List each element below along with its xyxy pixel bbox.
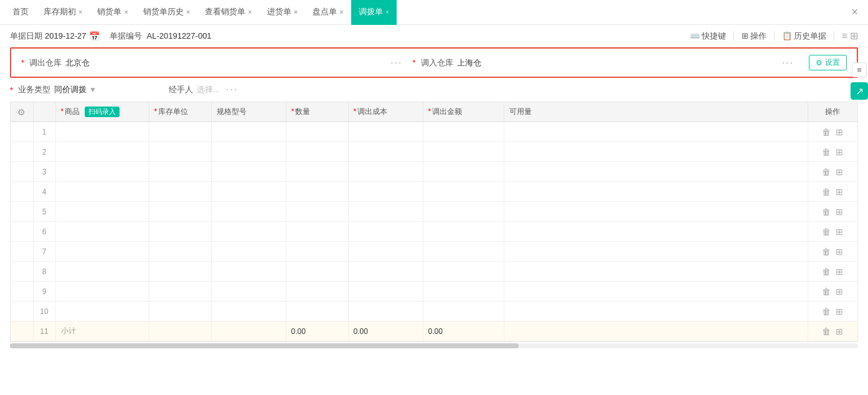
tab-close-stocktake[interactable]: ×: [339, 8, 343, 16]
history-button[interactable]: 📋 历史单据: [782, 31, 826, 42]
tab-close-view-sales[interactable]: ×: [248, 8, 252, 16]
copy-icon[interactable]: ⊞: [836, 187, 843, 197]
row-cost-cell[interactable]: [348, 282, 423, 302]
row-spec-cell[interactable]: [211, 282, 286, 302]
tab-stocktake[interactable]: 盘点单 ×: [305, 0, 351, 25]
tab-sales-history[interactable]: 销货单历史 ×: [136, 0, 197, 25]
row-product-cell[interactable]: [55, 242, 149, 262]
handler-select[interactable]: 选择...: [197, 84, 220, 95]
row-unit-cell[interactable]: [149, 282, 211, 302]
copy-icon[interactable]: ⊞: [836, 227, 843, 237]
copy-icon[interactable]: ⊞: [836, 127, 843, 137]
out-warehouse-more-icon[interactable]: ···: [390, 57, 402, 69]
row-spec-cell[interactable]: [211, 182, 286, 202]
row-cost-cell[interactable]: [348, 202, 423, 222]
row-qty-cell[interactable]: [286, 242, 348, 262]
tab-close-transfer[interactable]: ×: [385, 8, 389, 16]
tab-sales-order[interactable]: 销货单 ×: [90, 0, 135, 25]
row-cost-cell[interactable]: [348, 302, 423, 321]
row-unit-cell[interactable]: [149, 122, 211, 142]
row-amount-cell[interactable]: [423, 142, 504, 162]
horizontal-scrollbar[interactable]: [10, 343, 858, 348]
row-qty-cell[interactable]: [286, 202, 348, 222]
row-cost-cell[interactable]: [348, 222, 423, 242]
settings-button[interactable]: ⚙ 设置: [809, 55, 847, 70]
row-product-cell[interactable]: [55, 142, 149, 162]
row-cost-cell[interactable]: [348, 182, 423, 202]
delete-icon[interactable]: 🗑: [822, 267, 831, 277]
row-qty-cell[interactable]: [286, 182, 348, 202]
row-spec-cell[interactable]: [211, 262, 286, 282]
row-product-cell[interactable]: [55, 302, 149, 321]
row-product-cell[interactable]: [55, 262, 149, 282]
row-qty-cell[interactable]: [286, 122, 348, 142]
delete-icon[interactable]: 🗑: [822, 227, 831, 237]
out-warehouse-value[interactable]: 北京仓: [65, 57, 90, 69]
delete-icon[interactable]: 🗑: [822, 247, 831, 257]
tab-close-purchase[interactable]: ×: [294, 8, 298, 16]
row-unit-cell[interactable]: [149, 242, 211, 262]
row-product-cell[interactable]: [55, 162, 149, 182]
th-gear[interactable]: ⚙: [11, 102, 33, 122]
copy-icon[interactable]: ⊞: [836, 147, 843, 157]
row-product-cell[interactable]: [55, 182, 149, 202]
handler-more-icon[interactable]: ···: [226, 84, 238, 95]
copy-icon[interactable]: ⊞: [836, 326, 843, 336]
row-qty-cell[interactable]: [286, 282, 348, 302]
row-amount-cell[interactable]: [423, 202, 504, 222]
row-cost-cell[interactable]: [348, 242, 423, 262]
row-cost-cell[interactable]: [348, 122, 423, 142]
row-unit-cell[interactable]: [149, 142, 211, 162]
tab-home[interactable]: 首页: [5, 0, 36, 25]
row-product-cell[interactable]: [55, 222, 149, 242]
row-product-cell[interactable]: [55, 122, 149, 142]
in-warehouse-value[interactable]: 上海仓: [457, 57, 481, 69]
sidebar-list-icon[interactable]: ≡: [852, 62, 867, 77]
tab-view-sales[interactable]: 查看销货单 ×: [197, 0, 259, 25]
row-unit-cell[interactable]: [149, 222, 211, 242]
table-gear-icon[interactable]: ⚙: [17, 107, 26, 117]
row-unit-cell[interactable]: [149, 302, 211, 321]
scrollbar-thumb[interactable]: [10, 343, 519, 348]
row-amount-cell[interactable]: [423, 302, 504, 321]
operation-button[interactable]: ⊞ 操作: [742, 31, 767, 42]
calendar-icon[interactable]: 📅: [89, 31, 100, 41]
shortcut-button[interactable]: ⌨️ 快捷键: [690, 31, 726, 42]
row-spec-cell[interactable]: [211, 202, 286, 222]
copy-icon[interactable]: ⊞: [836, 267, 843, 277]
row-amount-cell[interactable]: [423, 262, 504, 282]
tab-close-sales-order[interactable]: ×: [124, 8, 128, 16]
row-product-cell[interactable]: [55, 202, 149, 222]
tab-inventory-init[interactable]: 库存期初 ×: [36, 0, 90, 25]
row-cost-cell[interactable]: [348, 142, 423, 162]
copy-icon[interactable]: ⊞: [836, 247, 843, 257]
delete-icon[interactable]: 🗑: [822, 326, 831, 336]
row-spec-cell[interactable]: [211, 162, 286, 182]
row-unit-cell[interactable]: [149, 162, 211, 182]
row-unit-cell[interactable]: [149, 182, 211, 202]
sidebar-external-link-icon[interactable]: ↗: [851, 82, 868, 100]
copy-icon[interactable]: ⊞: [836, 307, 843, 316]
row-spec-cell[interactable]: [211, 142, 286, 162]
row-product-cell[interactable]: [55, 282, 149, 302]
row-unit-cell[interactable]: [149, 262, 211, 282]
row-cost-cell[interactable]: [348, 262, 423, 282]
delete-icon[interactable]: 🗑: [822, 207, 831, 217]
row-qty-cell[interactable]: [286, 162, 348, 182]
row-spec-cell[interactable]: [211, 122, 286, 142]
tab-transfer[interactable]: 调拨单 ×: [351, 0, 397, 25]
row-amount-cell[interactable]: [423, 222, 504, 242]
biz-type-select[interactable]: 同价调拨 ▼: [54, 84, 129, 95]
row-qty-cell[interactable]: [286, 222, 348, 242]
tab-purchase[interactable]: 进货单 ×: [260, 0, 305, 25]
tab-close-sales-history[interactable]: ×: [186, 8, 190, 16]
row-spec-cell[interactable]: [211, 222, 286, 242]
copy-icon[interactable]: ⊞: [836, 207, 843, 217]
scan-button[interactable]: 扫码录入: [85, 107, 120, 117]
delete-icon[interactable]: 🗑: [822, 127, 831, 137]
row-amount-cell[interactable]: [423, 182, 504, 202]
row-amount-cell[interactable]: [423, 162, 504, 182]
row-amount-cell[interactable]: [423, 122, 504, 142]
row-amount-cell[interactable]: [423, 282, 504, 302]
delete-icon[interactable]: 🗑: [822, 187, 831, 197]
